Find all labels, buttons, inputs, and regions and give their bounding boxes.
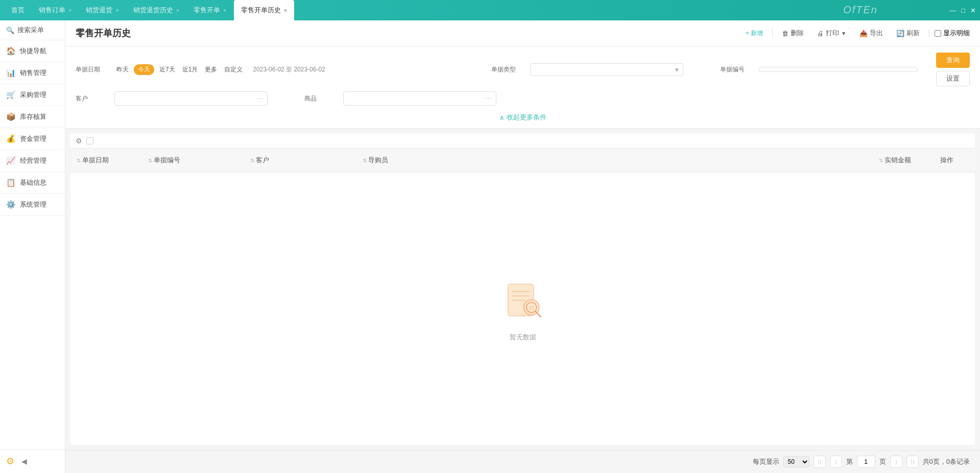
add-button[interactable]: + 新增 <box>742 27 767 40</box>
tab-sales-order[interactable]: 销售订单× <box>32 0 79 20</box>
delete-button[interactable]: 🗑 删除 <box>778 27 808 40</box>
top-bar: 首页销售订单×销货退货×销货退货历史×零售开单×零售开单历史× OfTEn — … <box>0 0 980 20</box>
table-header: ⇅ 单据日期 ⇅ 单据编号 ⇅ 客户 ⇅ 导购员 ⇅ 实销 <box>70 148 975 172</box>
sidebar: 🔍 搜索采单 🏠快捷导航📊销售管理🛒采购管理📦库存核算💰资金管理📈经营管理📋基础… <box>0 20 65 473</box>
th-spacer <box>433 153 873 168</box>
client-filter-label: 客户 <box>76 94 106 103</box>
filter-settings-button[interactable]: 设置 <box>936 71 970 86</box>
refresh-button[interactable]: 🔄 刷新 <box>892 27 924 40</box>
tab-close-sales-order[interactable]: × <box>68 7 71 13</box>
print-icon: 🖨 <box>817 30 824 37</box>
query-button[interactable]: 查询 <box>936 53 970 68</box>
sort-icon-num[interactable]: ⇅ <box>148 158 152 163</box>
select-all-checkbox[interactable] <box>86 137 93 144</box>
sidebar-search-label: 搜索采单 <box>17 26 44 35</box>
first-page-btn[interactable]: ⟨⟨ <box>814 456 826 468</box>
th-action: 操作 <box>934 153 975 168</box>
page-unit: 页 <box>879 457 886 466</box>
sidebar-icon-system: ⚙️ <box>6 200 16 209</box>
empty-icon <box>497 276 548 327</box>
client-dots: ··· <box>256 94 263 103</box>
sidebar-label-finance: 资金管理 <box>20 134 46 143</box>
type-filter-select[interactable]: ▾ <box>530 63 683 76</box>
sidebar-item-sales[interactable]: 📊销售管理 <box>0 62 65 84</box>
empty-state: 暂无数据 <box>70 172 975 445</box>
query-settings-group: 查询 设置 <box>936 53 970 86</box>
content-area: 零售开单历史 + 新增 🗑 删除 🖨 打印 ▼ 📤 导出 � <box>65 20 980 473</box>
sidebar-label-operations: 经营管理 <box>20 156 46 165</box>
sort-icon-amount[interactable]: ⇅ <box>879 158 883 163</box>
tab-sales-return[interactable]: 销货退货× <box>79 0 126 20</box>
sidebar-item-quick-nav[interactable]: 🏠快捷导航 <box>0 40 65 62</box>
close-btn[interactable]: ✕ <box>970 7 976 14</box>
tab-close-retail-open-history[interactable]: × <box>284 7 287 13</box>
page-size-select[interactable]: 50 10 20 100 <box>783 456 809 467</box>
sidebar-bottom: ⚙ ◀ <box>0 449 65 473</box>
filter-section: 单据日期 昨天今天近7天近1月更多自定义 2023-06-02 至 2023-0… <box>65 46 980 129</box>
collapse-sidebar-btn[interactable]: ◀ <box>21 457 27 465</box>
next-page-btn[interactable]: ⟩ <box>890 456 902 468</box>
maximize-btn[interactable]: □ <box>961 7 965 14</box>
tab-close-sales-return-history[interactable]: × <box>176 7 179 13</box>
export-button[interactable]: 📤 导出 <box>855 27 887 40</box>
divider2 <box>929 29 929 37</box>
table-section: ⚙ ⇅ 单据日期 ⇅ 单据编号 ⇅ 客户 ⇅ 导购员 <box>70 134 975 445</box>
page-label: 第 <box>846 457 853 466</box>
collapse-icon: ∧ <box>499 114 505 121</box>
last-page-btn[interactable]: ⟩⟩ <box>906 456 919 468</box>
date-opt-yesterday[interactable]: 昨天 <box>114 64 131 75</box>
table-settings-icon[interactable]: ⚙ <box>76 137 82 145</box>
sidebar-icon-quick-nav: 🏠 <box>6 46 16 56</box>
sidebar-item-basic-info[interactable]: 📋基础信息 <box>0 172 65 194</box>
brand-label: OfTEn <box>843 4 878 16</box>
tab-home[interactable]: 首页 <box>4 0 32 20</box>
sidebar-icon-finance: 💰 <box>6 134 16 143</box>
sidebar-item-system[interactable]: ⚙️系统管理 <box>0 194 65 216</box>
sort-icon-guide[interactable]: ⇅ <box>363 158 367 163</box>
sidebar-item-inventory[interactable]: 📦库存核算 <box>0 106 65 128</box>
date-opt-custom[interactable]: 自定义 <box>222 64 245 75</box>
num-filter-label: 单据编号 <box>720 65 751 74</box>
display-detail-toggle[interactable]: 显示明细 <box>935 29 970 38</box>
date-opt-more[interactable]: 更多 <box>203 64 219 75</box>
date-opt-last30[interactable]: 近1月 <box>180 64 200 75</box>
date-opt-today[interactable]: 今天 <box>134 64 154 75</box>
sort-icon-client[interactable]: ⇅ <box>250 158 254 163</box>
tab-retail-open[interactable]: 零售开单× <box>186 0 233 20</box>
collapse-bar[interactable]: ∧ 收起更多条件 <box>76 111 970 122</box>
sidebar-item-finance[interactable]: 💰资金管理 <box>0 128 65 150</box>
sidebar-item-purchase[interactable]: 🛒采购管理 <box>0 84 65 106</box>
minimize-btn[interactable]: — <box>949 7 956 14</box>
date-opt-last7[interactable]: 近7天 <box>157 64 177 75</box>
print-button[interactable]: 🖨 打印 ▼ <box>813 27 850 40</box>
divider <box>772 29 773 37</box>
page-number-input[interactable] <box>857 456 875 468</box>
tab-close-sales-return[interactable]: × <box>115 7 118 13</box>
tab-sales-return-history[interactable]: 销货退货历史× <box>126 0 186 20</box>
sidebar-item-operations[interactable]: 📈经营管理 <box>0 150 65 172</box>
display-detail-checkbox[interactable] <box>935 30 941 37</box>
delete-icon: 🗑 <box>782 30 788 37</box>
tab-close-retail-open[interactable]: × <box>223 7 226 13</box>
sidebar-label-inventory: 库存核算 <box>20 112 46 121</box>
th-date: ⇅ 单据日期 <box>70 153 142 168</box>
export-icon: 📤 <box>859 30 868 37</box>
client-filter-input[interactable]: ··· <box>114 91 268 106</box>
th-guide: ⇅ 导购员 <box>356 153 433 168</box>
sidebar-label-quick-nav: 快捷导航 <box>20 46 46 56</box>
window-controls: — □ ✕ <box>949 7 976 14</box>
goods-filter-label: 商品 <box>304 94 335 103</box>
sidebar-search[interactable]: 🔍 搜索采单 <box>0 20 65 40</box>
num-filter-input[interactable] <box>759 67 918 72</box>
sidebar-icon-purchase: 🛒 <box>6 90 16 99</box>
page-size-label: 每页显示 <box>753 457 779 466</box>
settings-icon[interactable]: ⚙ <box>6 456 14 467</box>
table-toolbar: ⚙ <box>70 134 975 148</box>
collapse-label: 收起更多条件 <box>507 113 546 122</box>
search-icon: 🔍 <box>6 27 14 34</box>
prev-page-btn[interactable]: ⟨ <box>830 456 842 468</box>
svg-line-6 <box>536 312 541 317</box>
tab-retail-open-history[interactable]: 零售开单历史× <box>234 0 294 20</box>
sort-icon-date[interactable]: ⇅ <box>77 158 81 163</box>
goods-filter-input[interactable]: ··· <box>343 91 496 106</box>
